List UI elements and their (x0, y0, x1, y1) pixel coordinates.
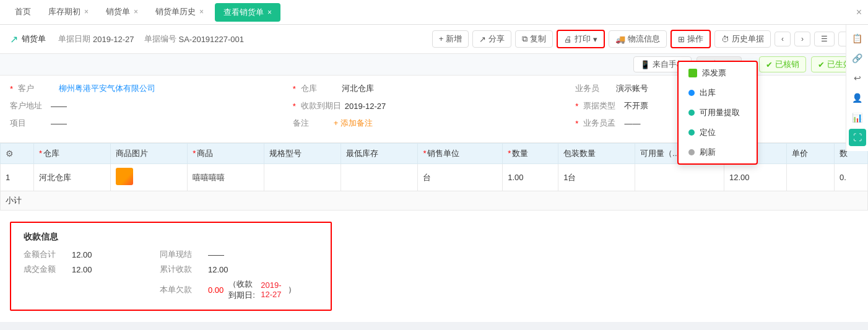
logistics-icon: 🚚 (615, 35, 625, 44)
sales-star: * (575, 119, 578, 128)
table-row: 1 河北仓库 嘻嘻嘻嘻 台 1.00 1台 12.00 0. (1, 164, 868, 191)
product-image (116, 168, 133, 185)
copy-icon: ⧉ (522, 34, 527, 44)
outbound-icon (688, 90, 695, 96)
row-min-stock (341, 164, 418, 191)
pdate-value: 2019-12-27 (345, 102, 386, 111)
doc-meta: 单据日期 2019-12-27 单据编号 SA-20191227-001 (58, 33, 244, 45)
payment-date-field: * 收款到期日 2019-12-27 (293, 100, 576, 111)
sidebar-icon-user[interactable]: 👤 (849, 89, 866, 106)
tab-view-sales[interactable]: 查看销货单 × (215, 3, 280, 22)
payment-title: 收款信息 (24, 232, 318, 243)
already-cancel-status: ✔ 已核销 (759, 56, 806, 72)
amount-value: 12.00 (72, 250, 92, 259)
address-value: —— (51, 102, 67, 111)
due-date-prefix: （收款到期日: (228, 279, 256, 301)
row-unit: 台 (418, 164, 503, 191)
sidebar-icon-doc[interactable]: 📋 (849, 30, 866, 47)
doc-title-label: 销货单 (22, 33, 46, 45)
dropdown-avail-extract[interactable]: 可用量提取 (680, 103, 755, 123)
tab-view-sales-close[interactable]: × (267, 8, 272, 17)
due-date-suffix: ） (288, 284, 296, 295)
subtotal-label: 小计 (6, 196, 22, 205)
tab-sales-history[interactable]: 销货单历史 × (147, 0, 212, 25)
tab-home[interactable]: 首页 (6, 0, 40, 25)
note-label: 备注 (293, 118, 330, 129)
copy-btn-label: 复制 (530, 33, 546, 45)
tab-view-sales-label: 查看销货单 (224, 7, 264, 18)
dropdown-refresh[interactable]: 刷新 (680, 142, 755, 162)
project-value: —— (51, 119, 67, 128)
col-gear: ⚙ (1, 144, 34, 164)
col-pkg-qty: 包装数量 (558, 144, 635, 164)
no-label-text: 单据编号 (144, 33, 176, 45)
print-btn-label: 打印 (575, 33, 591, 45)
tab-inventory-close[interactable]: × (84, 7, 89, 16)
same-order-label: 同单现结 (160, 249, 203, 260)
row-warehouse: 河北仓库 (33, 164, 110, 191)
col-min-stock: 最低库存 (341, 144, 418, 164)
window-close-btn[interactable]: × (856, 7, 862, 18)
row-other: 0. (834, 164, 867, 191)
warehouse-value: 河北仓库 (342, 83, 374, 94)
tab-sales-history-label: 销货单历史 (155, 6, 196, 17)
row-spec (264, 164, 341, 191)
new-btn[interactable]: + 新增 (432, 30, 469, 48)
tab-sales-label: 销货单 (106, 6, 130, 17)
customer-value[interactable]: 柳州粤港平安气体有限公司 (59, 83, 155, 94)
sales-icon: ↗ (10, 33, 18, 45)
col-unit: *销售单位 (418, 144, 503, 164)
tab-inventory[interactable]: 库存期初 × (40, 0, 97, 25)
note-add-text: 添加备注 (341, 118, 373, 128)
copy-btn[interactable]: ⧉ 复制 (515, 30, 553, 48)
col-img: 商品图片 (111, 144, 188, 164)
customer-star: * (10, 84, 13, 93)
same-order-row: 同单现结 —— (160, 249, 296, 260)
subtotal-row: 小计 (1, 191, 868, 211)
row-avail-qty (635, 164, 724, 191)
ticket-label: 票据类型 (583, 100, 620, 111)
due-date-value: 2019-12-27 (261, 280, 283, 299)
share-btn[interactable]: ↗ 分享 (472, 30, 511, 48)
print-dropdown-icon: ▾ (593, 35, 597, 44)
locate-label: 定位 (700, 127, 716, 138)
prev-btn[interactable]: ‹ (775, 32, 791, 46)
add-invoice-label: 添发票 (702, 67, 726, 79)
tab-bar: 首页 库存期初 × 销货单 × 销货单历史 × 查看销货单 × × (0, 0, 868, 25)
dropdown-add-invoice[interactable]: 添发票 (680, 63, 755, 83)
cancel-check-icon: ✔ (766, 60, 773, 69)
print-btn[interactable]: 🖨 打印 ▾ (557, 30, 605, 48)
operation-btn[interactable]: ⊞ 操作 (671, 30, 711, 48)
deal-amount-value: 12.00 (72, 265, 92, 274)
avail-extract-icon (688, 110, 695, 116)
tab-sales-history-close[interactable]: × (199, 7, 204, 16)
locate-icon (688, 129, 695, 136)
sidebar-icon-undo[interactable]: ↩ (849, 69, 866, 87)
deal-amount-label: 成交金额 (24, 264, 67, 275)
gear-icon[interactable]: ⚙ (6, 149, 14, 158)
sidebar-icon-expand[interactable]: ⛶ (849, 129, 866, 146)
print-icon: 🖨 (564, 35, 572, 44)
due-label: 本单欠款 (160, 284, 203, 295)
tab-sales-close[interactable]: × (134, 7, 138, 16)
sidebar-icon-link[interactable]: 🔗 (849, 50, 866, 67)
sidebar-icon-chart[interactable]: 📊 (849, 109, 866, 126)
row-no: 1 (1, 164, 34, 191)
operation-dropdown: 添发票 出库 可用量提取 定位 刷新 (677, 61, 758, 165)
sales-label: 业务员孟 (583, 118, 620, 129)
new-btn-label: + 新增 (439, 33, 462, 45)
note-add[interactable]: + 添加备注 (334, 118, 373, 129)
history-btn[interactable]: ⏱ 历史单据 (714, 30, 771, 48)
tab-sales[interactable]: 销货单 × (97, 0, 147, 25)
row-product: 嘻嘻嘻嘻 (188, 164, 264, 191)
dropdown-outbound[interactable]: 出库 (680, 83, 755, 103)
dropdown-locate[interactable]: 定位 (680, 123, 755, 142)
avail-extract-label: 可用量提取 (700, 107, 740, 118)
accumulated-row: 累计收款 12.00 (160, 264, 296, 275)
row-pkg-qty: 1台 (558, 164, 635, 191)
list-view-btn[interactable]: ☰ (814, 32, 835, 46)
logistics-btn[interactable]: 🚚 物流信息 (609, 30, 667, 48)
add-invoice-icon (688, 69, 697, 77)
next-btn[interactable]: › (794, 32, 810, 46)
row-stock: 12.00 (724, 164, 786, 191)
